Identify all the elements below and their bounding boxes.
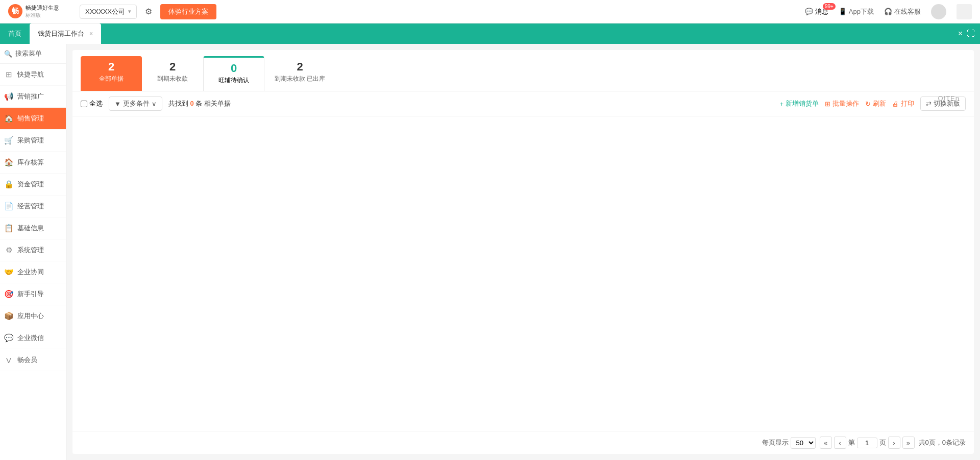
company-dropdown-arrow: ▾ <box>128 8 131 15</box>
app-download-button[interactable]: 📱 App下载 <box>839 7 874 16</box>
total-records-label: 共0页，0条记录 <box>919 438 966 447</box>
print-label: 打印 <box>901 99 914 108</box>
online-service-button[interactable]: 🎧 在线客服 <box>884 7 921 16</box>
stat-overdue-label: 到期未收款 <box>152 75 193 83</box>
last-page-button[interactable]: » <box>902 437 915 449</box>
filter-button[interactable]: ▼ 更多条件 ∨ <box>109 96 162 111</box>
app-download-label: App下载 <box>849 7 874 16</box>
sidebar-item-wechat[interactable]: 💬 企业微信 <box>0 327 66 349</box>
tab-minimize-icon[interactable]: × <box>958 29 963 38</box>
select-all-checkbox[interactable]: 全选 <box>81 99 103 108</box>
new-sale-plus-icon: + <box>779 100 783 108</box>
per-page-label: 每页显示 <box>762 438 789 447</box>
refresh-icon: ↻ <box>865 100 871 108</box>
stat-tab-all[interactable]: 2 全部单据 <box>81 56 142 91</box>
page-number-input[interactable] <box>857 438 877 448</box>
stat-tab-overdue-unshipped[interactable]: 2 到期未收款 已出库 <box>264 56 335 91</box>
switch-icon: ⇄ <box>926 100 932 108</box>
company-selector[interactable]: XXXXXX公司 ▾ <box>80 5 137 19</box>
tab-bar-controls: × ⛶ <box>958 29 980 38</box>
sidebar-item-finance[interactable]: 🔒 资金管理 <box>0 174 66 196</box>
per-page-select[interactable]: 50 <box>791 437 816 449</box>
search-icon: 🔍 <box>4 50 12 58</box>
found-text: 共找到 0 条 相关单据 <box>168 99 231 108</box>
sidebar-search-label: 搜索菜单 <box>15 49 42 58</box>
marketing-icon: 📢 <box>4 92 13 101</box>
stat-tab-overdue[interactable]: 2 到期未收款 <box>142 56 203 91</box>
stat-tab-wangwang[interactable]: 0 旺辅待确认 <box>203 56 264 91</box>
app-download-icon: 📱 <box>839 8 847 15</box>
sidebar-item-operations[interactable]: 📄 经营管理 <box>0 196 66 217</box>
main-layout: 🔍 搜索菜单 ⊞ 快捷导航 📢 营销推广 🏠 销售管理 🛒 采购管理 🏠 库存核… <box>0 44 980 460</box>
tab-workbench[interactable]: 钱货日清工作台 × <box>30 23 101 44</box>
sidebar-item-system[interactable]: ⚙ 系统管理 <box>0 239 66 261</box>
sidebar-item-cooperation[interactable]: 🤝 企业协同 <box>0 261 66 283</box>
refresh-button[interactable]: ↻ 刷新 <box>865 99 886 108</box>
tab-home[interactable]: 首页 <box>0 23 30 44</box>
toolbar: 全选 ▼ 更多条件 ∨ 共找到 0 条 相关单据 + 新增销货单 <box>72 91 974 116</box>
logo-badge: 标准版 <box>26 12 59 19</box>
sidebar-item-purchase[interactable]: 🛒 采购管理 <box>0 130 66 152</box>
sidebar-label-finance: 资金管理 <box>17 180 44 189</box>
page-suffix: 页 <box>879 438 886 447</box>
user-avatar[interactable] <box>931 4 946 19</box>
tab-maximize-icon[interactable]: ⛶ <box>967 29 975 38</box>
user-menu-button[interactable] <box>957 4 972 19</box>
refresh-label: 刷新 <box>873 99 886 108</box>
sidebar-item-sales[interactable]: 🏠 销售管理 <box>0 108 66 130</box>
logo-title: 畅捷通好生意 <box>26 4 59 11</box>
stat-wangwang-label: 旺辅待确认 <box>214 76 254 85</box>
prev-page-button[interactable]: ‹ <box>834 437 846 449</box>
sidebar: 🔍 搜索菜单 ⊞ 快捷导航 📢 营销推广 🏠 销售管理 🛒 采购管理 🏠 库存核… <box>0 44 66 460</box>
tab-close-icon[interactable]: × <box>89 30 93 37</box>
trial-button[interactable]: 体验行业方案 <box>160 4 216 19</box>
first-page-button[interactable]: « <box>820 437 832 449</box>
sidebar-item-member[interactable]: V 畅会员 <box>0 349 66 371</box>
sidebar-search[interactable]: 🔍 搜索菜单 <box>0 44 66 64</box>
sidebar-item-quick-nav[interactable]: ⊞ 快捷导航 <box>0 64 66 86</box>
content-area: 2 全部单据 2 到期未收款 0 旺辅待确认 2 到期未收款 已出库 <box>66 44 980 460</box>
finance-icon: 🔒 <box>4 180 13 189</box>
page-size-selector: 每页显示 50 <box>762 437 816 449</box>
sales-icon: 🏠 <box>4 114 13 123</box>
sidebar-label-quick-nav: 快捷导航 <box>17 70 44 79</box>
sidebar-item-guide[interactable]: 🎯 新手引导 <box>0 283 66 305</box>
print-icon: 🖨 <box>892 100 899 108</box>
settings-button[interactable]: ⚙ <box>141 4 156 19</box>
top-header: 畅 畅捷通好生意 标准版 XXXXXX公司 ▾ ⚙ 体验行业方案 💬 消息 99… <box>0 0 980 23</box>
batch-op-icon: ⊞ <box>825 100 830 108</box>
next-page-button[interactable]: › <box>888 437 900 449</box>
basic-info-icon: 📋 <box>4 224 13 233</box>
stat-overdue-count: 2 <box>152 60 193 74</box>
sidebar-item-app-center[interactable]: 📦 应用中心 <box>0 305 66 327</box>
stat-wangwang-count: 0 <box>214 62 254 75</box>
message-button[interactable]: 💬 消息 99+ <box>805 7 828 16</box>
select-all-input[interactable] <box>81 101 87 107</box>
batch-op-button[interactable]: ⊞ 批量操作 <box>825 99 859 108</box>
company-name: XXXXXX公司 <box>85 7 125 16</box>
filter-label: 更多条件 <box>123 99 150 108</box>
sidebar-item-basic-info[interactable]: 📋 基础信息 <box>0 217 66 239</box>
new-sale-button[interactable]: + 新增销货单 <box>779 99 819 108</box>
logo-icon: 畅 <box>8 4 22 18</box>
sidebar-item-marketing[interactable]: 📢 营销推广 <box>0 86 66 108</box>
stat-all-label: 全部单据 <box>91 75 132 83</box>
message-icon: 💬 <box>805 8 813 15</box>
found-prefix: 共找到 <box>168 100 188 107</box>
sidebar-label-system: 系统管理 <box>17 246 44 255</box>
tab-home-label: 首页 <box>8 29 21 38</box>
system-icon: ⚙ <box>4 246 13 255</box>
sidebar-label-sales: 销售管理 <box>17 114 44 123</box>
logo-area: 畅 畅捷通好生意 标准版 <box>8 4 75 18</box>
filter-arrow-icon: ∨ <box>152 100 157 108</box>
page-label: 第 <box>848 438 855 447</box>
purchase-icon: 🛒 <box>4 136 13 145</box>
print-button[interactable]: 🖨 打印 <box>892 99 914 108</box>
sidebar-item-inventory[interactable]: 🏠 库存核算 <box>0 152 66 174</box>
sidebar-label-marketing: 营销推广 <box>17 92 44 101</box>
select-all-label: 全选 <box>89 99 103 108</box>
sidebar-label-basic-info: 基础信息 <box>17 224 44 233</box>
quick-nav-icon: ⊞ <box>4 70 13 79</box>
sidebar-label-member: 畅会员 <box>17 355 37 365</box>
stats-tabs: 2 全部单据 2 到期未收款 0 旺辅待确认 2 到期未收款 已出库 <box>72 50 974 91</box>
